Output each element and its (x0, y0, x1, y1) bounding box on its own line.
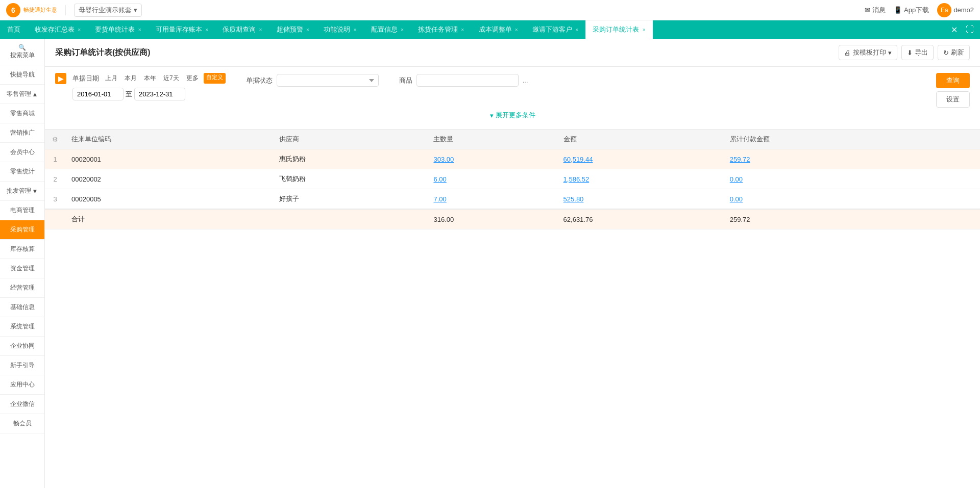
row-amount: 60,519.44 (557, 149, 724, 169)
sidebar-item-operation[interactable]: 经营管理 (0, 278, 44, 298)
close-tab-btn[interactable]: ✕ (949, 24, 960, 36)
close-icon[interactable]: × (138, 27, 141, 33)
quantity-link[interactable]: 303.00 (433, 156, 454, 163)
sidebar-item-basic-info[interactable]: 基础信息 (0, 298, 44, 317)
sidebar-item-retail-shop[interactable]: 零售商城 (0, 104, 44, 123)
tab-home[interactable]: 首页 (0, 20, 28, 39)
export-label: 导出 (915, 48, 928, 57)
sidebar-item-enterprise[interactable]: 企业协同 (0, 337, 44, 356)
tab-label: 功能说明 (324, 25, 350, 34)
sidebar-item-app-center[interactable]: 应用中心 (0, 375, 44, 395)
avatar: Ea (937, 3, 951, 17)
filter-toggle-btn[interactable]: ▶ (55, 73, 66, 84)
tab-overstock[interactable]: 超储预警 × (270, 20, 316, 39)
sidebar-item-label: 经营管理 (10, 284, 35, 291)
sidebar-item-purchase[interactable]: 采购管理 (0, 220, 44, 240)
close-icon[interactable]: × (78, 27, 81, 33)
sidebar-item-marketing[interactable]: 营销推广 (0, 123, 44, 143)
paid-link[interactable]: 0.00 (730, 195, 743, 203)
paid-link[interactable]: 259.72 (730, 156, 750, 163)
sidebar-item-wholesale[interactable]: 批发管理 ▼ (0, 182, 44, 201)
export-btn[interactable]: ⬇ 导出 (901, 45, 934, 60)
row-quantity: 6.00 (427, 169, 557, 189)
workspace-selector[interactable]: 母婴行业演示账套 ▾ (74, 4, 142, 17)
app-download-label: App下载 (904, 6, 929, 15)
refresh-btn[interactable]: ↻ 刷新 (938, 45, 970, 60)
amount-link[interactable]: 1,586.52 (564, 175, 590, 183)
nav-tabs-end: ✕ ⛶ (949, 24, 980, 36)
tab-purchase-order[interactable]: 采购订单统计表 × (585, 20, 652, 39)
phone-icon: 📱 (894, 6, 902, 14)
tab-invite[interactable]: 邀请下游客户 × (525, 20, 585, 39)
tab-cost[interactable]: 成本调整单 × (472, 20, 525, 39)
close-icon[interactable]: × (515, 27, 518, 33)
sidebar-item-retail-mgmt[interactable]: 零售管理 ▲ (0, 85, 44, 104)
shortcut-7days[interactable]: 近7天 (161, 73, 181, 84)
tab-label: 采购订单统计表 (593, 25, 639, 34)
sidebar-item-member[interactable]: 会员中心 (0, 143, 44, 162)
tab-receive-send[interactable]: 收发存汇总表 × (28, 20, 88, 39)
close-icon[interactable]: × (353, 27, 356, 33)
tab-picking[interactable]: 拣货任务管理 × (411, 20, 471, 39)
sidebar-item-label: 企业微信 (10, 400, 35, 407)
query-btn[interactable]: 查询 (936, 73, 970, 88)
sidebar-item-retail-stats[interactable]: 零售统计 (0, 162, 44, 182)
amount-link[interactable]: 60,519.44 (564, 156, 593, 163)
close-icon[interactable]: × (259, 27, 262, 33)
sidebar-item-wechat[interactable]: 企业微信 (0, 395, 44, 414)
sidebar-item-finance[interactable]: 资金管理 (0, 259, 44, 278)
paid-link[interactable]: 0.00 (730, 175, 743, 183)
expand-more-btn[interactable]: ▾ 展开更多条件 (55, 108, 970, 123)
app-download-btn[interactable]: 📱 App下载 (894, 6, 929, 15)
sidebar-item-search[interactable]: 🔍 搜索菜单 (0, 39, 44, 65)
tab-goods-order[interactable]: 要货单统计表 × (88, 20, 148, 39)
close-icon[interactable]: × (205, 27, 208, 33)
sidebar-item-shortcuts[interactable]: 快捷导航 (0, 65, 44, 85)
status-select[interactable] (277, 74, 379, 87)
tab-expiry[interactable]: 保质期查询 × (215, 20, 269, 39)
tab-function[interactable]: 功能说明 × (316, 20, 363, 39)
close-icon[interactable]: × (642, 27, 645, 33)
message-btn[interactable]: ✉ 消息 (865, 6, 886, 15)
close-icon[interactable]: × (401, 27, 404, 33)
tab-available-stock[interactable]: 可用量库存账本 × (149, 20, 215, 39)
template-print-btn[interactable]: 🖨 按模板打印 ▾ (839, 45, 897, 60)
sidebar-item-system[interactable]: 系统管理 (0, 317, 44, 337)
status-label: 单据状态 (246, 76, 273, 85)
shortcut-more[interactable]: 更多 (184, 73, 201, 84)
quantity-link[interactable]: 7.00 (433, 195, 446, 203)
sidebar-item-label: 批发管理 (7, 187, 31, 195)
tab-config[interactable]: 配置信息 × (364, 20, 411, 39)
shortcut-this-month[interactable]: 本月 (122, 73, 139, 84)
sidebar-item-vip[interactable]: 畅会员 (0, 414, 44, 433)
table-container: ⚙ 往来单位编码 供应商 主数量 金额 累计付款金额 1 00020001 (45, 130, 980, 488)
quantity-link[interactable]: 6.00 (433, 175, 446, 183)
date-to-input[interactable] (134, 88, 185, 100)
sidebar-item-stock[interactable]: 库存核算 (0, 240, 44, 259)
goods-input[interactable] (416, 74, 519, 87)
goods-ellipsis-btn[interactable]: ... (523, 76, 528, 84)
date-from-input[interactable] (72, 88, 124, 100)
shortcut-this-year[interactable]: 本年 (142, 73, 158, 84)
refresh-label: 刷新 (951, 48, 964, 57)
top-bar: 6 畅捷通好生意 母婴行业演示账套 ▾ ✉ 消息 📱 App下载 Ea demo… (0, 0, 980, 20)
settings-btn[interactable]: 设置 (936, 91, 970, 108)
page-header-actions: 🖨 按模板打印 ▾ ⬇ 导出 ↻ 刷新 (839, 45, 970, 60)
sidebar-item-newbie[interactable]: 新手引导 (0, 356, 44, 375)
row-code: 00020002 (65, 169, 273, 189)
row-quantity: 7.00 (427, 189, 557, 210)
filter-date-section: 单据日期 上月 本月 本年 近7天 更多 自定义 (72, 73, 226, 100)
gear-icon[interactable]: ⚙ (52, 136, 58, 143)
footer-amount: 62,631.76 (557, 209, 724, 229)
sidebar-item-label: 畅会员 (13, 420, 32, 427)
date-shortcuts: 上月 本月 本年 近7天 更多 自定义 (103, 73, 226, 84)
close-icon[interactable]: × (461, 27, 464, 33)
amount-link[interactable]: 525.80 (564, 195, 584, 203)
user-area[interactable]: Ea demo2 (937, 3, 974, 17)
close-icon[interactable]: × (306, 27, 309, 33)
close-icon[interactable]: × (575, 27, 578, 33)
sidebar-item-ecommerce[interactable]: 电商管理 (0, 201, 44, 220)
maximize-btn[interactable]: ⛶ (964, 24, 976, 35)
shortcut-last-month[interactable]: 上月 (103, 73, 119, 84)
filter-status-section: 单据状态 (246, 74, 379, 87)
